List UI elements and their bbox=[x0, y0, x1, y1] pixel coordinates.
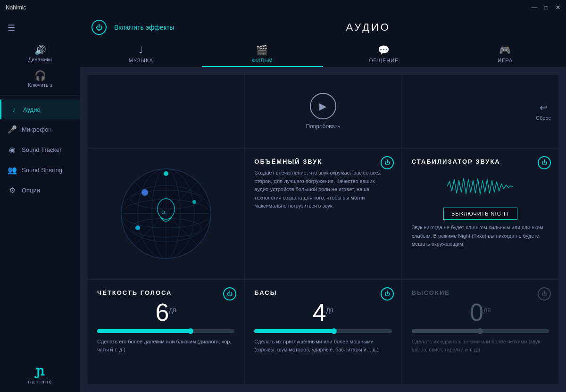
hamburger-menu[interactable]: ☰ bbox=[0, 19, 80, 37]
svg-point-13 bbox=[192, 200, 196, 204]
audio-icon: ♪ bbox=[9, 105, 18, 114]
surround-title: ОБЪЁМНЫЙ ЗВУК bbox=[254, 158, 391, 165]
wave-svg bbox=[447, 175, 513, 198]
titlebar: Nahimic — □ ✕ bbox=[0, 0, 566, 15]
voice-title: ЧЁТКОСТЬ ГОЛОСА bbox=[97, 289, 234, 296]
tab-film-label: ФИЛЬМ bbox=[252, 58, 273, 63]
bass-title: БАСЫ bbox=[254, 289, 391, 296]
tab-chat[interactable]: 💬 ОБЩЕНИЕ bbox=[323, 40, 445, 67]
app-title: Nahimic bbox=[6, 4, 26, 11]
bass-toggle[interactable]: ⏻ bbox=[381, 287, 394, 300]
try-label: Попробовать bbox=[306, 123, 340, 130]
tab-game-label: ИГРА bbox=[498, 58, 513, 63]
device-speakers[interactable]: 🔊 Динамики bbox=[0, 41, 80, 66]
sidebar-item-audio[interactable]: ♪ Аудио bbox=[0, 100, 80, 119]
reset-section: ↩ Сброс bbox=[402, 75, 558, 148]
sidebar-item-sound-sharing[interactable]: 👥 Sound Sharing bbox=[0, 160, 80, 180]
svg-point-11 bbox=[164, 171, 168, 176]
effects-label: Включить эффекты bbox=[114, 24, 174, 31]
tab-game[interactable]: 🎮 ИГРА bbox=[445, 40, 566, 67]
stabilizer-title: СТАБИЛИЗАТОР ЗВУКА bbox=[412, 158, 549, 165]
device-headphones-label: Ключить з bbox=[28, 82, 52, 88]
bass-description: Сделать их приглушёнными или более мощны… bbox=[254, 338, 391, 354]
surround-sphere-card bbox=[88, 149, 244, 279]
logo-symbol: ɲ bbox=[36, 363, 44, 379]
tab-chat-label: ОБЩЕНИЕ bbox=[369, 58, 399, 63]
sidebar-item-sharing-label: Sound Sharing bbox=[22, 167, 62, 174]
reset-button[interactable]: ↩ Сброс bbox=[536, 102, 551, 121]
try-section: ▶ Попробовать bbox=[245, 75, 401, 148]
main-content: ▶ Попробовать ↩ Сброс bbox=[80, 67, 566, 392]
reset-label: Сброс bbox=[536, 115, 551, 121]
reset-icon: ↩ bbox=[540, 102, 548, 113]
game-icon: 🎮 bbox=[499, 44, 511, 56]
content-area: ⏻ Включить эффекты АУДИО ♩ МУЗЫКА 🎬 ФИЛЬ… bbox=[80, 15, 566, 392]
speaker-icon: 🔊 bbox=[34, 44, 46, 56]
tab-music[interactable]: ♩ МУЗЫКА bbox=[80, 40, 202, 67]
bass-db-unit: дв bbox=[326, 306, 334, 313]
surround-info-card: ОБЪЁМНЫЙ ЗВУК ⏻ Создаёт впечатление, что… bbox=[245, 149, 401, 279]
bass-card: БАСЫ ⏻ 4дв Сделать их приглушёнными или … bbox=[245, 280, 401, 384]
sidebar-item-options[interactable]: ⚙ Опции bbox=[0, 180, 80, 200]
app-logo: ɲ nahimic bbox=[0, 356, 80, 392]
highs-title: ВЫСОКИЕ bbox=[412, 289, 549, 296]
svg-point-12 bbox=[142, 189, 148, 196]
device-headphones[interactable]: 🎧 Ключить з bbox=[0, 66, 80, 92]
sidebar-item-sound-tracker[interactable]: ◉ Sound Tracker bbox=[0, 140, 80, 160]
content-header: ⏻ Включить эффекты АУДИО bbox=[80, 15, 566, 40]
sidebar: ☰ 🔊 Динамики 🎧 Ключить з ♪ Аудио 🎤 Микро… bbox=[0, 15, 80, 392]
sharing-icon: 👥 bbox=[8, 166, 17, 175]
options-icon: ⚙ bbox=[8, 186, 17, 195]
power-button[interactable]: ⏻ bbox=[92, 20, 107, 35]
tracker-icon: ◉ bbox=[8, 145, 17, 154]
window-controls: — □ ✕ bbox=[532, 4, 560, 11]
tabs-bar: ♩ МУЗЫКА 🎬 ФИЛЬМ 💬 ОБЩЕНИЕ 🎮 ИГРА bbox=[80, 40, 566, 67]
sidebar-item-audio-label: Аудио bbox=[23, 106, 41, 113]
bass-db-value: 4дв bbox=[254, 300, 391, 325]
empty-cell bbox=[88, 75, 244, 148]
voice-slider[interactable] bbox=[97, 329, 234, 333]
try-button[interactable]: ▶ bbox=[310, 93, 336, 119]
sidebar-nav: ♪ Аудио 🎤 Микрофон ◉ Sound Tracker 👥 Sou… bbox=[0, 100, 80, 356]
stabilizer-description: Звук никогда не будет слишком сильным ил… bbox=[412, 224, 549, 249]
surround-sphere-svg bbox=[119, 167, 213, 261]
sidebar-item-microphone-label: Микрофон bbox=[22, 126, 51, 133]
stabilizer-card: СТАБИЛИЗАТОР ЗВУКА ⏻ ВЫКЛЮЧИТЬ NIGHT Зву… bbox=[402, 149, 558, 279]
stabilizer-toggle[interactable]: ⏻ bbox=[538, 156, 551, 169]
device-speakers-label: Динамики bbox=[28, 57, 52, 62]
close-button[interactable]: ✕ bbox=[556, 4, 560, 11]
highs-slider[interactable] bbox=[412, 329, 549, 333]
microphone-icon: 🎤 bbox=[8, 125, 17, 134]
film-icon: 🎬 bbox=[256, 44, 268, 56]
highs-toggle[interactable]: ⏻ bbox=[538, 287, 551, 300]
chat-icon: 💬 bbox=[378, 44, 390, 56]
voice-db-value: 6дв bbox=[97, 300, 234, 325]
voice-toggle[interactable]: ⏻ bbox=[223, 287, 236, 300]
highs-db-value: 0дв bbox=[412, 300, 549, 325]
sidebar-item-options-label: Опции bbox=[22, 187, 40, 194]
voice-description: Сделать его более далёким или близким (д… bbox=[97, 338, 234, 354]
tab-film[interactable]: 🎬 ФИЛЬМ bbox=[202, 40, 324, 67]
surround-description: Создаёт впечатление, что звук окружает в… bbox=[254, 169, 391, 210]
wave-container bbox=[412, 175, 549, 198]
device-section: 🔊 Динамики 🎧 Ключить з bbox=[0, 37, 80, 96]
logo-text: nahimic bbox=[28, 379, 52, 384]
headphone-icon: 🎧 bbox=[34, 70, 46, 81]
page-title: АУДИО bbox=[182, 21, 555, 33]
highs-description: Сделать их едва слышными или более чётки… bbox=[412, 338, 549, 354]
highs-db-unit: дв bbox=[483, 306, 491, 313]
sidebar-item-tracker-label: Sound Tracker bbox=[22, 146, 62, 153]
app-body: ☰ 🔊 Динамики 🎧 Ключить з ♪ Аудио 🎤 Микро… bbox=[0, 15, 566, 392]
sidebar-item-microphone[interactable]: 🎤 Микрофон bbox=[0, 119, 80, 140]
tab-music-label: МУЗЫКА bbox=[129, 58, 153, 63]
voice-db-unit: дв bbox=[169, 306, 176, 313]
high-card: ВЫСОКИЕ ⏻ 0дв Сделать их едва слышными и… bbox=[402, 280, 558, 384]
maximize-button[interactable]: □ bbox=[545, 4, 548, 11]
surround-toggle[interactable]: ⏻ bbox=[381, 156, 394, 169]
minimize-button[interactable]: — bbox=[532, 4, 537, 11]
music-icon: ♩ bbox=[139, 44, 143, 56]
voice-card: ЧЁТКОСТЬ ГОЛОСА ⏻ 6дв Сделать его более … bbox=[88, 280, 244, 384]
svg-point-14 bbox=[135, 225, 140, 230]
bass-slider[interactable] bbox=[254, 329, 391, 333]
night-button[interactable]: ВЫКЛЮЧИТЬ NIGHT bbox=[443, 208, 517, 220]
